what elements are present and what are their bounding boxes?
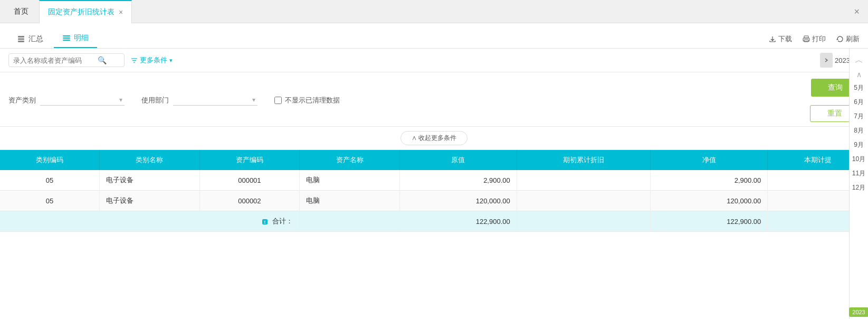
main-content: 汇总 明细 下载 <box>0 23 868 319</box>
asset-category-select[interactable] <box>40 95 125 106</box>
col-category-name: 类别名称 <box>99 150 199 170</box>
window-close-icon[interactable]: × <box>854 6 860 17</box>
svg-text:Σ: Σ <box>263 220 266 224</box>
table-row: 05 电子设备 000002 电脑 120,000.00 120,000.00 <box>0 191 868 211</box>
print-icon <box>803 35 810 43</box>
department-select[interactable] <box>173 95 257 106</box>
sidebar-month-item[interactable]: 7月 <box>851 109 866 124</box>
list-icon <box>62 34 71 42</box>
collapse-button[interactable]: ∧ 收起更多条件 <box>400 131 468 145</box>
department-field: 使用部门 <box>141 95 257 106</box>
svg-rect-2 <box>18 41 24 42</box>
hide-cleared-wrap: 不显示已清理数据 <box>274 96 340 105</box>
col-original-value: 原值 <box>399 150 517 170</box>
sidebar-month-item[interactable]: 10月 <box>851 152 866 166</box>
table-row: 05 电子设备 000001 电脑 2,900.00 2,900.00 <box>0 170 868 191</box>
data-table: 类别编码 类别名称 资产编码 资产名称 原值 期初累计折旧 净值 本期计提 05… <box>0 150 868 232</box>
filter-icon <box>131 57 138 64</box>
col-category-code: 类别编码 <box>0 150 99 170</box>
scroll-up2-button[interactable]: ∧ <box>855 69 863 80</box>
refresh-button[interactable]: 刷新 <box>836 34 860 44</box>
col-net-value: 净值 <box>651 150 768 170</box>
hide-cleared-checkbox[interactable] <box>274 97 282 104</box>
advanced-filter: 资产类别 使用部门 <box>0 72 868 127</box>
layers-icon <box>17 35 25 43</box>
refresh-icon <box>836 35 844 43</box>
svg-rect-4 <box>63 37 70 39</box>
sidebar-month-item[interactable]: 12月 <box>851 181 866 195</box>
sidebar-month-item[interactable]: 5月 <box>851 81 866 95</box>
sidebar-month-item[interactable]: 6月 <box>851 95 866 109</box>
toolbar-right: 下载 打印 刷新 <box>769 34 860 44</box>
filter-bar: 🔍 更多条件 ▾ 2023.01 <box>0 49 868 72</box>
right-sidebar: ︿ ∧ 5月6月7月8月9月10月11月12月 2023 <box>849 49 868 319</box>
top-tab-bar: 首页 固定资产折旧统计表 × × <box>0 0 868 23</box>
svg-rect-3 <box>63 35 70 36</box>
download-button[interactable]: 下载 <box>769 34 792 44</box>
table-header-row: 类别编码 类别名称 资产编码 资产名称 原值 期初累计折旧 净值 本期计提 <box>0 150 868 170</box>
svg-rect-1 <box>18 39 24 40</box>
table-wrap: 类别编码 类别名称 资产编码 资产名称 原值 期初累计折旧 净值 本期计提 05… <box>0 150 868 319</box>
chevron-right-icon <box>824 58 829 63</box>
print-button[interactable]: 打印 <box>803 34 826 44</box>
sub-tab-bar: 汇总 明细 下载 <box>0 23 868 49</box>
col-accumulated-dep: 期初累计折旧 <box>517 150 651 170</box>
search-input[interactable] <box>13 57 98 64</box>
col-asset-name: 资产名称 <box>300 150 400 170</box>
collapse-bar: ∧ 收起更多条件 <box>0 127 868 150</box>
svg-rect-6 <box>804 36 808 38</box>
month-list: 5月6月7月8月9月10月11月12月 <box>851 81 866 195</box>
sidebar-month-item[interactable]: 9月 <box>851 138 866 152</box>
col-asset-code: 资产编码 <box>199 150 300 170</box>
period-expand-button[interactable] <box>820 53 833 68</box>
chevron-down-icon: ▾ <box>169 57 173 64</box>
table-body: 05 电子设备 000001 电脑 2,900.00 2,900.00 05 电… <box>0 170 868 232</box>
asset-category-field: 资产类别 <box>8 95 125 106</box>
sidebar-month-item[interactable]: 8月 <box>851 124 866 138</box>
tab-close-icon[interactable]: × <box>119 8 123 16</box>
scroll-up-button[interactable]: ︿ <box>853 53 865 68</box>
summary-row: Σ 合计： 122,900.00 122,900.00 <box>0 211 868 232</box>
svg-rect-5 <box>63 40 70 41</box>
more-filter-button[interactable]: 更多条件 ▾ <box>131 55 173 65</box>
tab-active[interactable]: 固定资产折旧统计表 × <box>39 0 132 23</box>
tab-home[interactable]: 首页 <box>5 0 37 23</box>
search-wrap: 🔍 <box>8 53 125 67</box>
tab-detail[interactable]: 明细 <box>54 29 97 48</box>
tab-summary[interactable]: 汇总 <box>8 30 52 48</box>
search-icon[interactable]: 🔍 <box>98 56 107 64</box>
download-icon <box>769 35 776 43</box>
sidebar-month-item[interactable]: 11月 <box>851 166 866 181</box>
filter-row: 资产类别 使用部门 <box>8 79 860 122</box>
svg-rect-0 <box>18 36 24 37</box>
year-badge: 2023 <box>849 307 868 317</box>
